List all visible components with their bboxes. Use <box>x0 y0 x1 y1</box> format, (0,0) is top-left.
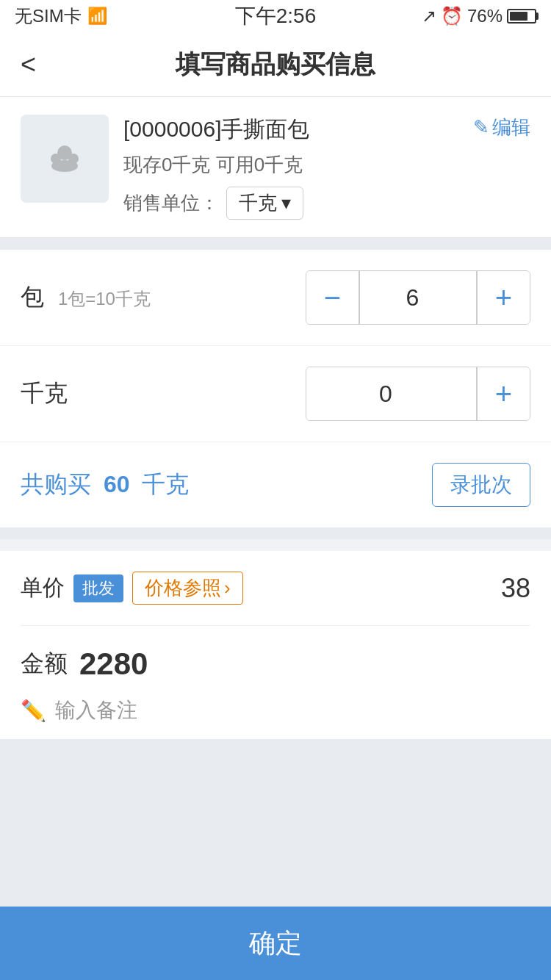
status-bar-left: 无SIM卡 📶 <box>15 4 107 28</box>
status-bar-right: ↗ ⏰ 76% <box>422 6 536 26</box>
separator-1 <box>0 238 551 250</box>
wifi-icon: 📶 <box>87 7 107 26</box>
svg-point-3 <box>51 160 78 172</box>
confirm-button[interactable]: 确定 <box>0 907 551 980</box>
bao-label: 包 1包=10千克 <box>21 281 306 314</box>
bao-quantity-control: − + <box>306 270 530 325</box>
remark-placeholder[interactable]: 输入备注 <box>55 696 137 724</box>
kg-increase-button[interactable]: + <box>477 367 530 420</box>
price-section: 单价 批发 价格参照 › 38 <box>0 551 551 626</box>
price-row: 单价 批发 价格参照 › 38 <box>21 572 530 626</box>
bao-row: 包 1包=10千克 − + <box>0 250 551 346</box>
amount-value: 2280 <box>79 646 148 682</box>
amount-row: 金额 2280 <box>21 646 530 682</box>
separator-2 <box>0 527 551 539</box>
product-name: [0000006]手撕面包 <box>123 115 530 145</box>
nav-bar: < 填写商品购买信息 <box>0 32 551 97</box>
quantity-section: 包 1包=10千克 − + 千克 + 共购买 <box>0 250 551 527</box>
price-ref-label: 价格参照 <box>145 575 221 601</box>
unit-label: 销售单位： <box>123 190 219 216</box>
edit-button[interactable]: ✎ 编辑 <box>473 115 530 140</box>
price-value: 38 <box>501 573 530 604</box>
price-ref-button[interactable]: 价格参照 › <box>132 572 243 605</box>
carrier-label: 无SIM卡 <box>15 4 82 28</box>
product-card: [0000006]手撕面包 现存0千克 可用0千克 销售单位： 千克 ▾ ✎ 编… <box>0 97 551 238</box>
price-label: 单价 <box>21 573 65 603</box>
price-tag: 批发 <box>73 574 123 602</box>
total-amount: 60 <box>104 471 130 497</box>
total-row: 共购买 60 千克 录批次 <box>0 442 551 527</box>
page-title: 填写商品购买信息 <box>176 48 375 82</box>
bao-quantity-input[interactable] <box>359 271 477 324</box>
bao-increase-button[interactable]: + <box>477 271 530 324</box>
product-image <box>21 115 109 203</box>
product-unit: 销售单位： 千克 ▾ <box>123 187 530 220</box>
back-button[interactable]: < <box>21 49 36 80</box>
edit-icon: ✎ <box>473 116 489 139</box>
edit-label: 编辑 <box>492 115 530 140</box>
total-text: 共购买 60 千克 <box>21 469 189 501</box>
batch-button[interactable]: 录批次 <box>432 463 530 507</box>
kg-quantity-input[interactable] <box>306 367 477 420</box>
unit-value: 千克 <box>239 190 277 216</box>
unit-select[interactable]: 千克 ▾ <box>226 187 303 220</box>
unit-dropdown-icon: ▾ <box>281 192 291 215</box>
status-bar-time: 下午2:56 <box>235 2 317 30</box>
location-icon: ↗ <box>422 6 436 26</box>
pencil-icon: ✏️ <box>21 699 46 723</box>
kg-quantity-control: + <box>306 367 530 421</box>
status-bar: 无SIM卡 📶 下午2:56 ↗ ⏰ 76% <box>0 0 551 32</box>
battery-icon <box>507 9 536 24</box>
amount-label: 金额 <box>21 648 68 680</box>
remark-row[interactable]: ✏️ 输入备注 <box>21 696 530 724</box>
kg-row: 千克 + <box>0 346 551 442</box>
kg-label: 千克 <box>21 378 306 410</box>
alarm-icon: ⏰ <box>441 6 463 26</box>
product-stock: 现存0千克 可用0千克 <box>123 152 530 178</box>
amount-section: 金额 2280 ✏️ 输入备注 <box>0 626 551 739</box>
product-info: [0000006]手撕面包 现存0千克 可用0千克 销售单位： 千克 ▾ <box>123 115 530 220</box>
price-ref-arrow: › <box>224 577 231 599</box>
battery-percent: 76% <box>467 6 503 26</box>
bao-decrease-button[interactable]: − <box>306 271 359 324</box>
bao-hint: 1包=10千克 <box>58 289 151 309</box>
